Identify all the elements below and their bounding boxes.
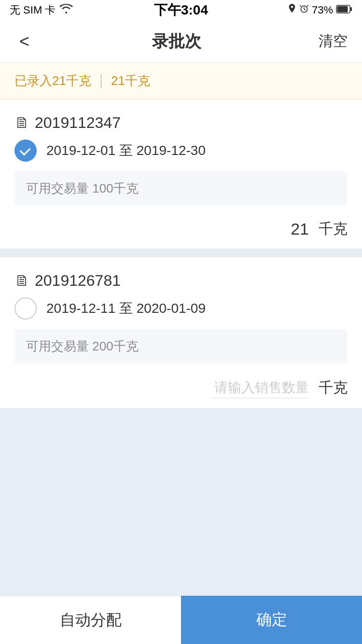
svg-rect-3 bbox=[350, 7, 352, 11]
summary-bar: 已录入21千克 21千克 bbox=[0, 63, 362, 99]
back-button[interactable]: < bbox=[14, 27, 34, 56]
batch-date-row-1[interactable]: 2019-12-01 至 2019-12-30 bbox=[14, 140, 348, 162]
quantity-row-1: 21 千克 bbox=[0, 206, 362, 249]
status-right: 73% bbox=[288, 4, 352, 16]
clear-button[interactable]: 清空 bbox=[319, 31, 348, 51]
battery-icon bbox=[336, 4, 352, 16]
status-bar: 无 SIM 卡 下午3:04 73% bbox=[0, 0, 362, 20]
batch-id-1: 2019112347 bbox=[35, 114, 121, 132]
batch-available-2: 可用交易量 200千克 bbox=[14, 329, 348, 364]
status-left: 无 SIM 卡 bbox=[10, 3, 73, 17]
confirm-button[interactable]: 确定 bbox=[181, 596, 362, 644]
bottom-bar: 自动分配 确定 bbox=[0, 596, 362, 644]
batch-id-row-1: 🗎 2019112347 bbox=[14, 114, 348, 132]
quantity-input-2[interactable] bbox=[212, 377, 309, 398]
quantity-input-wrap-1: 21 bbox=[14, 220, 309, 238]
batch-id-2: 2019126781 bbox=[35, 272, 121, 290]
time-label: 下午3:04 bbox=[154, 1, 208, 19]
batch-id-row-2: 🗎 2019126781 bbox=[14, 272, 348, 290]
location-icon bbox=[288, 4, 296, 16]
batch-date-1: 2019-12-01 至 2019-12-30 bbox=[46, 141, 206, 160]
battery-label: 73% bbox=[312, 4, 333, 16]
svg-rect-2 bbox=[337, 6, 348, 13]
summary-divider bbox=[101, 74, 101, 88]
batch-item-2: 🗎 2019126781 2019-12-11 至 2020-01-09 可用交… bbox=[0, 257, 362, 364]
batch-item-1: 🗎 2019112347 2019-12-01 至 2019-12-30 可用交… bbox=[0, 99, 362, 206]
auto-distribute-button[interactable]: 自动分配 bbox=[0, 596, 181, 644]
alarm-icon bbox=[299, 4, 309, 16]
carrier-label: 无 SIM 卡 bbox=[10, 3, 56, 17]
quantity-row-2: 千克 bbox=[0, 364, 362, 408]
doc-icon-1: 🗎 bbox=[14, 114, 30, 132]
section-divider bbox=[0, 249, 362, 257]
quantity-unit-2: 千克 bbox=[319, 378, 348, 398]
quantity-value-1: 21 bbox=[291, 220, 309, 238]
quantity-unit-1: 千克 bbox=[319, 219, 348, 239]
batch-radio-1[interactable] bbox=[14, 140, 37, 162]
nav-bar: < 录批次 清空 bbox=[0, 20, 362, 63]
summary-label: 已录入21千克 bbox=[14, 72, 91, 89]
summary-value: 21千克 bbox=[111, 72, 150, 89]
page-title: 录批次 bbox=[152, 30, 201, 53]
batch-date-row-2[interactable]: 2019-12-11 至 2020-01-09 bbox=[14, 297, 348, 320]
doc-icon-2: 🗎 bbox=[14, 272, 30, 290]
quantity-input-wrap-2[interactable] bbox=[14, 377, 309, 398]
batch-date-2: 2019-12-11 至 2020-01-09 bbox=[46, 299, 206, 318]
wifi-icon bbox=[59, 4, 73, 16]
content-area: 🗎 2019112347 2019-12-01 至 2019-12-30 可用交… bbox=[0, 99, 362, 632]
batch-available-1: 可用交易量 100千克 bbox=[14, 171, 348, 206]
batch-radio-2[interactable] bbox=[14, 297, 37, 320]
